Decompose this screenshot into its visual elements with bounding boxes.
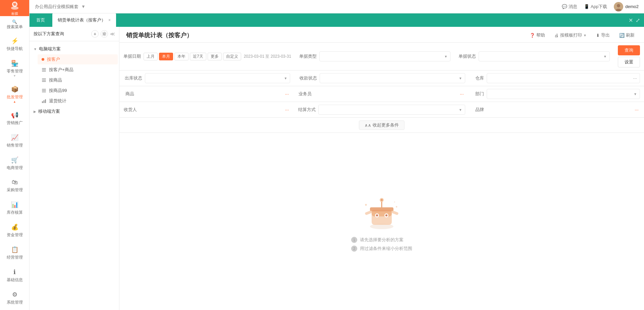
date-range: 2023-03-01 至 2023-03-31 — [244, 54, 291, 59]
refresh-icon: 🔄 — [619, 33, 625, 38]
svg-rect-10 — [42, 79, 46, 79]
date-btn-more[interactable]: 更多 — [208, 53, 222, 60]
sidebar-item-label-inventory: 库存核算 — [7, 210, 23, 215]
collapse-up-icon: ∧∧ — [365, 123, 371, 128]
scheme-item-return-stats[interactable]: 退货统计 — [38, 96, 118, 106]
print-btn[interactable]: 🖨 按模板打印 ▼ — [552, 31, 589, 40]
sidebar-item-basic-info[interactable]: ℹ 基础信息 — [0, 264, 30, 287]
scheme-item-by-goods99[interactable]: 按商品99 — [38, 86, 118, 96]
date-btn-this-month[interactable]: 本月 — [159, 53, 173, 60]
goods-input[interactable]: ··· — [137, 89, 290, 99]
page-header-actions: ❓ 帮助 🖨 按模板打印 ▼ ⬇ 导出 🔄 刷新 — [527, 31, 637, 40]
print-dropdown-icon[interactable]: ▼ — [583, 34, 587, 37]
warehouse-cell: 仓库 ··· — [469, 70, 644, 86]
order-status-select[interactable]: ▼ — [479, 51, 610, 61]
scheme-group-header-mobile[interactable]: ▶ 移动端方案 — [30, 106, 119, 116]
svg-text:2: 2 — [353, 247, 355, 251]
user-area[interactable]: demo2 — [614, 2, 639, 11]
date-btn-custom[interactable]: 自定义 — [223, 53, 241, 60]
sidebar-item-marketing[interactable]: 📢 营销推广 — [0, 107, 30, 130]
empty-tips: 1 请先选择要分析的方案 2 用过滤条件来缩小分析范围 — [351, 237, 412, 252]
logo-text: 标膜 — [11, 11, 18, 16]
tab-home[interactable]: 首页 — [30, 13, 52, 27]
tab-active[interactable]: 销货单统计表（按客户） × — [52, 13, 116, 27]
salesperson-input[interactable]: ··· — [314, 89, 465, 99]
sidebar-item-label-ecommerce: 电商管理 — [7, 165, 23, 171]
tab-bar: 首页 销货单统计表（按客户） × ✕ ⤢ — [30, 13, 644, 27]
export-btn[interactable]: ⬇ 导出 — [593, 31, 612, 40]
date-filter-cell: 单据日期 上月 本月 本年 近7天 更多 自定义 2023-03-01 至 20… — [119, 43, 295, 70]
tab-bar-right: ✕ ⤢ — [629, 17, 644, 23]
order-status-label: 单据状态 — [459, 53, 476, 59]
sidebar-item-purchase[interactable]: 🛍 采购管理 — [0, 175, 30, 197]
department-label: 部门 — [473, 91, 484, 97]
goods-ellipsis[interactable]: ··· — [285, 91, 289, 97]
tab-close-icon[interactable]: × — [108, 18, 111, 22]
date-btn-this-year[interactable]: 本年 — [174, 53, 189, 60]
consignee-label: 收货人 — [123, 107, 137, 113]
sidebar-item-finance[interactable]: 💰 资金管理 — [0, 219, 30, 242]
active-dot-icon — [42, 58, 44, 61]
salesperson-ellipsis[interactable]: ··· — [460, 91, 464, 97]
scheme-item-by-goods[interactable]: 按商品 — [38, 75, 118, 85]
sidebar-item-sales[interactable]: 📈 销售管理 — [0, 130, 30, 152]
date-btn-7days[interactable]: 近7天 — [190, 53, 206, 60]
svg-rect-22 — [370, 207, 393, 211]
sidebar-item-wholesale[interactable]: 📦 批发管理 ▲ — [0, 82, 30, 107]
sidebar-item-ecommerce[interactable]: 🛒 电商管理 — [0, 152, 30, 175]
scheme-settings-btn[interactable] — [101, 30, 108, 38]
collapse-btn[interactable]: ∧∧ 收起更多条件 — [359, 120, 405, 130]
scheme-collapse-icon[interactable]: ≪ — [110, 31, 115, 37]
wholesale-icon: 📦 — [11, 86, 18, 93]
query-btns: 查询 设置 — [614, 43, 644, 70]
help-icon: ❓ — [530, 33, 535, 38]
warehouse-ellipsis[interactable]: ··· — [633, 75, 637, 81]
header-left: 办公用品行业模拟账套 ▼ — [35, 4, 86, 10]
consignee-ellipsis[interactable]: ··· — [285, 107, 289, 112]
sidebar-item-search[interactable]: 🔍 搜索菜单 — [0, 16, 30, 33]
order-type-select[interactable]: ▼ — [319, 51, 450, 61]
scheme-item-label-customer: 按客户 — [47, 56, 60, 62]
scheme-item-by-customer[interactable]: 按客户 — [38, 54, 118, 64]
scheme-add-btn[interactable]: + — [91, 30, 99, 38]
right-panel: 销货单统计表（按客户） ❓ 帮助 🖨 按模板打印 ▼ ⬇ 导出 — [119, 27, 644, 310]
tab-close-window-btn[interactable]: ✕ — [629, 17, 633, 23]
industry-dropdown-icon[interactable]: ▼ — [81, 4, 86, 9]
svg-text:1: 1 — [353, 238, 355, 242]
settlement-select[interactable]: ▼ — [318, 105, 465, 115]
payment-status-select[interactable]: ▼ — [320, 73, 465, 83]
department-select[interactable]: ▼ — [487, 89, 640, 99]
brand-ellipsis[interactable]: ··· — [635, 107, 639, 112]
date-btn-last-month[interactable]: 上月 — [144, 53, 158, 60]
app-download-btn[interactable]: 📱 App下载 — [584, 4, 607, 10]
help-btn[interactable]: ❓ 帮助 — [527, 31, 548, 40]
sidebar-item-quick-nav[interactable]: ⚡ 快捷导航 — [0, 33, 30, 56]
sidebar-item-operations[interactable]: 📋 经营管理 — [0, 242, 30, 264]
order-type-cell: 单据类型 ▼ — [295, 43, 454, 70]
tab-maximize-btn[interactable]: ⤢ — [636, 17, 640, 23]
consignee-input[interactable]: ··· — [140, 105, 290, 115]
brand-input[interactable]: ··· — [487, 105, 640, 115]
scheme-group-header-desktop[interactable]: ▼ 电脑端方案 — [30, 44, 119, 54]
settlement-cell: 结算方式 ▼ — [294, 102, 469, 117]
outbound-status-select[interactable]: ▼ — [145, 73, 290, 83]
filter-row-1: 单据日期 上月 本月 本年 近7天 更多 自定义 2023-03-01 至 20… — [119, 43, 644, 70]
query-btn[interactable]: 查询 — [618, 45, 640, 55]
scheme-item-by-customer-goods[interactable]: 按客户+商品 — [38, 65, 118, 75]
active-tab-label: 销货单统计表（按客户） — [58, 17, 106, 23]
list-icon-2 — [42, 78, 46, 83]
logo[interactable]: 畅 标膜 — [0, 0, 30, 16]
header-right: 💬 消息 📱 App下载 demo2 — [562, 2, 639, 11]
settings-btn[interactable]: 设置 — [618, 57, 640, 67]
message-btn[interactable]: 💬 消息 — [562, 4, 577, 10]
sidebar-item-system[interactable]: ⚙ 系统管理 — [0, 287, 30, 309]
collapse-btn-label: 收起更多条件 — [373, 122, 399, 128]
main-content: 办公用品行业模拟账套 ▼ 💬 消息 📱 App下载 de — [30, 0, 644, 310]
sidebar-item-inventory[interactable]: 📊 库存核算 — [0, 197, 30, 219]
refresh-btn[interactable]: 🔄 刷新 — [616, 31, 637, 40]
ecommerce-icon: 🛒 — [11, 156, 18, 164]
basic-info-icon: ℹ — [13, 268, 16, 276]
department-cell: 部门 ▼ — [469, 86, 644, 102]
sidebar-item-retail[interactable]: 🏪 零售管理 ▼ — [0, 56, 30, 82]
warehouse-input[interactable]: ··· — [487, 73, 640, 83]
